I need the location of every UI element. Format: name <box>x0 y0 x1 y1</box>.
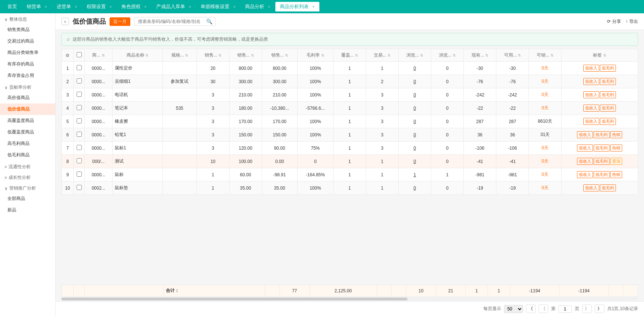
row-browse1[interactable]: 0 <box>399 155 431 168</box>
select-all-checkbox[interactable] <box>77 52 82 57</box>
row-browse1[interactable]: 0 <box>399 88 431 102</box>
nav-permission-settings[interactable]: 权限设置 × <box>82 2 116 11</box>
nav-role-auth[interactable]: 角色授权 × <box>117 2 151 11</box>
nav-sales-order[interactable]: 销货单 × <box>22 2 51 11</box>
col-stock2[interactable]: 可用... ⇅ <box>496 49 529 62</box>
col-stock1[interactable]: 现有... ⇅ <box>464 49 496 62</box>
row-checkbox[interactable] <box>77 158 82 163</box>
row-checkbox[interactable] <box>77 78 82 84</box>
sidebar-item-high-margin[interactable]: 高毛利商品 <box>0 138 55 149</box>
browse-link[interactable]: 0 <box>413 79 416 84</box>
sidebar-item-low-margin[interactable]: 低毛利商品 <box>0 149 55 161</box>
sidebar-item-sales-products[interactable]: 销售类商品 <box>0 24 55 35</box>
sidebar-item-low-coverage[interactable]: 低覆盖度商品 <box>0 126 55 138</box>
browse-link[interactable]: 0 <box>413 146 416 151</box>
nav-template-settings[interactable]: 单据模板设置 × <box>196 2 240 11</box>
sidebar-item-stock-funds[interactable]: 库存资金占用 <box>0 70 55 81</box>
gear-icon[interactable]: ⚙ <box>66 53 70 58</box>
nav-purchase-order[interactable]: 进货单 × <box>52 2 81 11</box>
nav-product-analysis[interactable]: 商品分析 × <box>241 2 275 11</box>
col-spec[interactable]: 规格... ⇅ <box>162 49 197 62</box>
col-browse2[interactable]: 浏览... ⇅ <box>431 49 464 62</box>
row-checkbox[interactable] <box>77 65 82 70</box>
col-gross[interactable]: 毛利率 ⇅ <box>297 49 333 62</box>
row-browse1[interactable]: 0 <box>399 142 431 155</box>
close-icon[interactable]: × <box>233 4 235 9</box>
prev-page-button[interactable]: 〈 <box>539 305 548 313</box>
row-checkbox[interactable] <box>77 105 82 110</box>
sidebar-item-stock-products[interactable]: 有库存的商品 <box>0 58 55 70</box>
close-icon[interactable]: × <box>110 4 112 9</box>
col-code[interactable]: 商... ⇅ <box>85 49 113 62</box>
col-browse1[interactable]: 浏览... ⇅ <box>399 49 431 62</box>
export-button[interactable]: ↑ 导出 <box>625 18 638 25</box>
sidebar-group-circulation[interactable]: > 流通性分析 <box>0 161 55 171</box>
sidebar-group-overview[interactable]: ∨ 整体信息 <box>0 13 55 24</box>
col-cover[interactable]: 覆盖... ⇅ <box>333 49 366 62</box>
sidebar-item-new-products[interactable]: 新品 <box>0 204 55 216</box>
close-icon[interactable]: × <box>45 4 47 9</box>
sidebar-item-high-value[interactable]: 高价值商品 <box>0 92 55 103</box>
nav-home[interactable]: 首页 <box>3 2 21 11</box>
sidebar-item-all-products[interactable]: 全部商品 <box>0 193 55 204</box>
horizontal-scrollbar[interactable] <box>61 298 638 300</box>
col-sale3[interactable]: 销售... ⇅ <box>262 49 297 62</box>
row-browse1[interactable]: 0 <box>399 102 431 115</box>
nav-product-storage[interactable]: 产成品入库单 × <box>152 2 195 11</box>
row-checkbox[interactable] <box>77 185 82 190</box>
row-browse1[interactable]: 1 <box>399 168 431 181</box>
nav-product-analysis-list[interactable]: 商品分析列表 × <box>275 2 319 11</box>
row-cover: 1 <box>333 115 366 128</box>
row-browse1[interactable]: 0 <box>399 115 431 128</box>
browse-link[interactable]: 0 <box>413 186 416 191</box>
row-checkbox[interactable] <box>77 118 82 123</box>
close-icon[interactable]: × <box>144 4 147 9</box>
close-icon[interactable]: × <box>189 4 191 9</box>
sidebar-item-traded-products[interactable]: 交易过的商品 <box>0 35 55 47</box>
page-number-input[interactable] <box>559 305 572 313</box>
sidebar-group-growth[interactable]: > 成长性分析 <box>0 171 55 182</box>
browse-link[interactable]: 0 <box>413 132 416 137</box>
row-browse1[interactable]: 0 <box>399 128 431 142</box>
row-checkbox[interactable] <box>77 145 82 150</box>
col-trade[interactable]: 交易... ⇅ <box>366 49 399 62</box>
sidebar-item-category-sales-rate[interactable]: 商品分类销售率 <box>0 47 55 58</box>
col-settings[interactable]: ⚙ <box>62 49 74 62</box>
sidebar-item-low-value[interactable]: 低价值商品 <box>0 103 55 115</box>
browse-link[interactable]: 0 <box>413 92 416 98</box>
col-sale1[interactable]: 销售... ⇅ <box>197 49 229 62</box>
browse-link[interactable]: 0 <box>413 106 416 111</box>
scrollbar-thumb[interactable] <box>61 298 407 300</box>
col-stock3[interactable]: 可销... ⇅ <box>529 49 561 62</box>
browse-link[interactable]: 0 <box>413 66 416 71</box>
browse-link[interactable]: 0 <box>413 119 416 124</box>
browse-link[interactable]: 1 <box>413 172 416 177</box>
col-name[interactable]: 商品名称 ⇅ <box>112 49 162 62</box>
first-page-button[interactable]: 《 <box>526 305 536 313</box>
close-icon[interactable]: × <box>75 4 77 9</box>
tag-badge: 低毛利 <box>594 171 610 178</box>
period-filter-button[interactable]: 近一月 <box>110 17 130 26</box>
col-tags[interactable]: 标签 ⇅ <box>561 49 638 62</box>
sidebar-group-marketing[interactable]: ∨ 营销推广分析 <box>0 182 55 193</box>
sidebar-item-high-coverage[interactable]: 高覆盖度商品 <box>0 115 55 126</box>
row-number: 2 <box>62 75 74 88</box>
share-button[interactable]: ⟳ 分享 <box>607 18 621 25</box>
row-browse1[interactable]: 0 <box>399 181 431 195</box>
search-input[interactable] <box>134 17 215 26</box>
per-page-select[interactable]: 50 100 200 <box>504 305 523 313</box>
row-browse1[interactable]: 0 <box>399 75 431 88</box>
close-icon[interactable]: × <box>312 4 315 9</box>
sidebar-group-contribution[interactable]: ∨ 贡献率分析 <box>0 81 55 92</box>
search-icon[interactable]: 🔍 <box>206 18 212 24</box>
row-checkbox[interactable] <box>77 132 82 137</box>
browse-link[interactable]: 0 <box>413 159 416 164</box>
sidebar-collapse-button[interactable]: « <box>61 18 69 25</box>
close-icon[interactable]: × <box>268 4 270 9</box>
next-page-button[interactable]: 〉 <box>582 305 592 313</box>
row-checkbox[interactable] <box>77 171 82 177</box>
col-sale2[interactable]: 销售... ⇅ <box>229 49 262 62</box>
last-page-button[interactable]: 》 <box>595 305 604 313</box>
row-checkbox[interactable] <box>77 92 82 97</box>
row-browse1[interactable]: 0 <box>399 62 431 75</box>
